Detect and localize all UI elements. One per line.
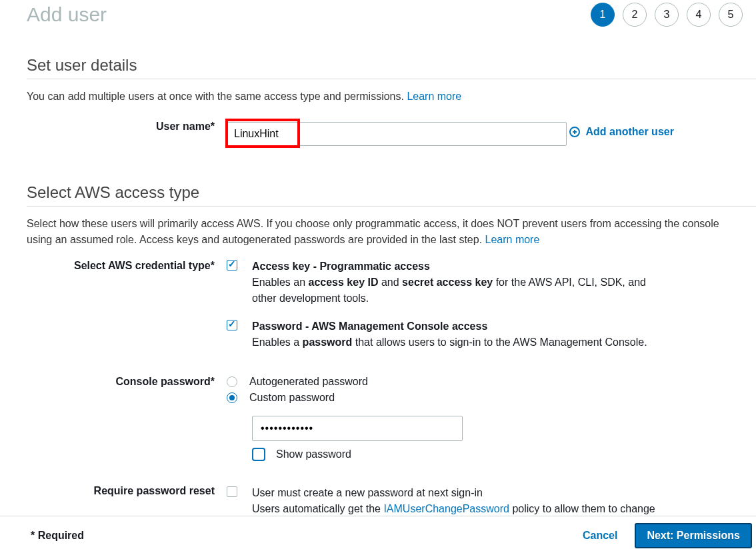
step-5[interactable]: 5 — [719, 3, 743, 27]
option-password: Password - AWS Management Console access… — [252, 318, 672, 350]
username-label: User name* — [27, 115, 227, 133]
radio-autogenerated-password[interactable] — [227, 376, 237, 387]
next-permissions-button[interactable]: Next: Permissions — [635, 523, 752, 548]
radio-custom-password[interactable] — [227, 392, 237, 403]
console-password-label: Console password* — [27, 376, 227, 388]
step-4[interactable]: 4 — [687, 3, 711, 27]
cancel-button[interactable]: Cancel — [579, 529, 621, 542]
required-note: * Required — [31, 530, 84, 542]
divider — [27, 79, 756, 79]
checkbox-require-reset[interactable] — [227, 486, 237, 497]
iam-policy-link[interactable]: IAMUserChangePassword — [383, 503, 509, 514]
plus-icon — [569, 127, 580, 137]
section-access-type-desc: Select how these users will primarily ac… — [27, 216, 743, 248]
radio-autogenerated-label: Autogenerated password — [249, 376, 368, 388]
footer: * Required Cancel Next: Permissions — [0, 516, 756, 555]
checkbox-access-key[interactable] — [227, 260, 237, 271]
username-input[interactable] — [227, 122, 567, 146]
step-2[interactable]: 2 — [623, 3, 647, 27]
option-access-key: Access key - Programmatic access Enables… — [252, 259, 672, 306]
checkbox-password[interactable] — [227, 320, 237, 330]
section-user-details-title: Set user details — [27, 56, 756, 75]
step-3[interactable]: 3 — [655, 3, 679, 27]
section-user-details-desc-text: You can add multiple users at once with … — [27, 91, 407, 102]
credential-type-label: Select AWS credential type* — [27, 259, 227, 272]
section-access-type-title: Select AWS access type — [27, 183, 756, 202]
section-access-type-desc-text: Select how these users will primarily ac… — [27, 218, 719, 245]
wizard-steps: 1 2 3 4 5 — [591, 3, 743, 27]
divider — [27, 206, 756, 207]
show-password-label: Show password — [276, 448, 351, 460]
step-1[interactable]: 1 — [591, 3, 615, 27]
learn-more-link[interactable]: Learn more — [407, 91, 461, 102]
require-reset-label: Require password reset — [27, 485, 227, 497]
page-title: Add user — [27, 3, 107, 26]
section-user-details-desc: You can add multiple users at once with … — [27, 89, 743, 105]
radio-custom-label: Custom password — [249, 392, 335, 404]
custom-password-input[interactable] — [252, 416, 463, 441]
option-access-key-title: Access key - Programmatic access — [252, 261, 430, 272]
add-another-user-label: Add another user — [585, 126, 673, 138]
add-another-user-button[interactable]: Add another user — [569, 126, 673, 138]
option-password-title: Password - AWS Management Console access — [252, 320, 487, 332]
checkbox-show-password[interactable] — [252, 448, 265, 461]
learn-more-link-2[interactable]: Learn more — [485, 234, 540, 245]
